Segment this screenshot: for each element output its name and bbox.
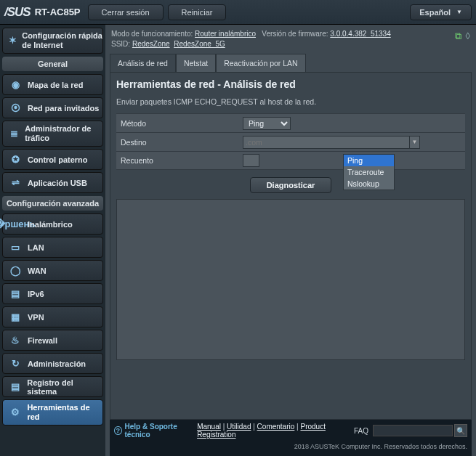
page-description: Enviar paquetes ICMP ECHO_REQUEST al hos… (116, 97, 465, 106)
sidebar-item-wan[interactable]: ◯WAN (2, 260, 103, 281)
sidebar-label: Aplicación USB (28, 179, 87, 187)
mode-link[interactable]: Router inalámbrico (195, 30, 256, 38)
tools-icon: ⚙ (7, 404, 23, 420)
reboot-button[interactable]: Reiniciar (168, 4, 227, 20)
lan-icon: ▭ (7, 240, 23, 256)
status-icon-2[interactable]: ◊ (466, 30, 470, 42)
footer: ? Help & Soporte técnico Manual | Utilid… (110, 420, 472, 456)
sidebar-item-ipv6[interactable]: ▤IPv6 (2, 283, 103, 304)
sidebar-item-network-map[interactable]: ◉Mapa de la red (2, 74, 103, 95)
usb-icon: ⇌ (7, 175, 23, 191)
map-icon: ◉ (7, 77, 23, 93)
chevron-down-icon: ▼ (456, 9, 462, 15)
sidebar-label: Administrador de tráfico (25, 124, 102, 142)
globe-icon: ✶ (7, 33, 17, 49)
sidebar-label: Configuración rápida de Internet (22, 31, 102, 49)
sidebar-item-administration[interactable]: ↻Administración (2, 353, 103, 374)
footer-link-manual[interactable]: Manual (197, 423, 221, 431)
sidebar-label: Red para invitados (28, 104, 99, 113)
help-link[interactable]: ? Help & Soporte técnico (114, 423, 193, 439)
sidebar-item-vpn[interactable]: ▦VPN (2, 306, 103, 327)
sidebar-label: Administración (28, 359, 86, 368)
output-textarea[interactable] (116, 199, 465, 360)
sidebar-label: LAN (28, 243, 44, 252)
fw-link[interactable]: 3.0.0.4.382_51334 (330, 30, 390, 38)
sidebar-label: Inalámbrico (28, 220, 73, 229)
sidebar-label: Herramientas de red (27, 403, 102, 421)
help-label: Help & Soporte técnico (125, 423, 193, 439)
sidebar-label: Registro del sistema (27, 378, 102, 396)
sidebar-label: Mapa de la red (28, 81, 83, 89)
sidebar-item-firewall[interactable]: ♨Firewall (2, 330, 103, 351)
count-input[interactable] (243, 154, 259, 167)
copyright: 2018 ASUSTeK Computer Inc. Reservados to… (114, 443, 467, 450)
sidebar-item-system-log[interactable]: ▤Registro del sistema (2, 376, 103, 397)
ipv6-icon: ▤ (7, 286, 23, 302)
log-icon: ▤ (7, 379, 23, 395)
traffic-icon: ≣ (7, 126, 20, 142)
sidebar-item-parental-control[interactable]: ✪Control paterno (2, 149, 103, 170)
mode-label: Modo de funcionamiento: (111, 30, 193, 38)
footer-link-feedback[interactable]: Comentario (257, 423, 295, 431)
search-button[interactable]: 🔍 (454, 424, 467, 437)
sidebar-item-network-tools[interactable]: ⚙Herramientas de red (2, 399, 103, 426)
brand-logo: /SUS (4, 5, 31, 20)
sidebar-item-lan[interactable]: ▭LAN (2, 237, 103, 258)
admin-icon: ↻ (7, 356, 23, 372)
wan-icon: ◯ (7, 263, 23, 279)
method-dropdown-list: Ping Traceroute Nslookup (343, 154, 395, 190)
language-label: Español (419, 8, 451, 17)
lock-icon: ✪ (7, 152, 23, 168)
faq-search-input[interactable] (373, 425, 453, 436)
help-icon: ? (114, 426, 122, 435)
method-option-ping[interactable]: Ping (344, 155, 394, 166)
sidebar-section-advanced: Configuración avanzada (2, 196, 103, 211)
status-icon-1[interactable]: ⧉ (455, 30, 461, 42)
ssid2-link[interactable]: RedesZone_5G (174, 40, 225, 48)
ssid1-link[interactable]: RedesZone (132, 40, 170, 48)
diagnose-button[interactable]: Diagnosticar (250, 177, 332, 193)
page-title: Herramientas de red - Análisis de red (116, 78, 465, 90)
sidebar-label: WAN (28, 266, 47, 275)
footer-link-utility[interactable]: Utilidad (227, 423, 251, 431)
sidebar-item-wireless[interactable]: �ршеньInalámbrico (2, 213, 103, 235)
model-name: RT-AC85P (35, 7, 81, 17)
firewall-icon: ♨ (7, 333, 23, 349)
sidebar-item-quick-setup[interactable]: ✶ Configuración rápida de Internet (2, 28, 103, 54)
label-method: Método (116, 119, 240, 128)
language-selector[interactable]: Español ▼ (410, 4, 472, 20)
ssid-label: SSID: (111, 40, 130, 48)
sidebar-item-traffic-manager[interactable]: ≣Administrador de tráfico (2, 121, 103, 147)
tab-network-analysis[interactable]: Análisis de red (110, 54, 176, 72)
method-option-traceroute[interactable]: Traceroute (344, 166, 394, 178)
sidebar-section-general: General (2, 57, 103, 71)
sidebar: ✶ Configuración rápida de Internet Gener… (0, 25, 105, 456)
target-dropdown-toggle[interactable]: ▼ (410, 136, 420, 149)
label-count: Recuento (116, 156, 240, 165)
sidebar-label: Firewall (28, 336, 57, 345)
method-select[interactable]: Ping (243, 117, 291, 130)
main-content: Modo de funcionamiento: Router inalámbri… (105, 25, 476, 456)
wifi-icon: �ршень (7, 216, 23, 232)
sidebar-label: Control paterno (28, 155, 88, 164)
sidebar-item-usb-app[interactable]: ⇌Aplicación USB (2, 172, 103, 193)
faq-label[interactable]: FAQ (354, 427, 368, 435)
sidebar-label: IPv6 (28, 290, 44, 298)
fw-label: Versión de firmware: (262, 30, 328, 38)
vpn-icon: ▦ (7, 309, 23, 325)
target-input[interactable] (243, 136, 410, 149)
logout-button[interactable]: Cerrar sesión (88, 4, 164, 20)
tab-wake-on-lan[interactable]: Reactivación por LAN (216, 54, 306, 72)
label-target: Destino (116, 138, 240, 147)
guest-icon: ⦿ (7, 100, 23, 116)
sidebar-label: VPN (28, 313, 44, 322)
tab-netstat[interactable]: Netstat (176, 54, 216, 72)
method-option-nslookup[interactable]: Nslookup (344, 178, 394, 190)
sidebar-item-guest-network[interactable]: ⦿Red para invitados (2, 97, 103, 118)
